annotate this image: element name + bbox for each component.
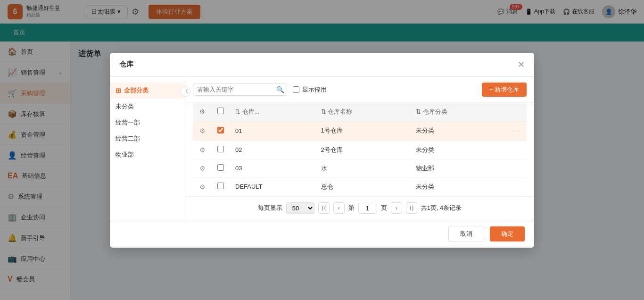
- total-info: 共1页, 4条记录: [421, 204, 462, 212]
- dialog-footer: 取消 确定: [110, 220, 534, 248]
- cat-all-label: 全部分类: [124, 86, 149, 95]
- search-icon: 🔍: [276, 86, 284, 93]
- warehouse-table-wrap: ⚙ ⇅ 仓库... ⇅: [185, 103, 534, 196]
- row-gear-1: ⚙: [193, 121, 212, 141]
- dialog-content: 🔍 显示停用 + 新增仓库 ⚙: [185, 77, 534, 220]
- dialog-body: ⊞ 全部分类 《 未分类 经营一部 经营二部 物业部: [110, 77, 534, 220]
- cat-uncategorized-label: 未分类: [116, 102, 134, 111]
- add-warehouse-button[interactable]: + 新增仓库: [482, 83, 527, 97]
- warehouse-dialog: 仓库 ✕ ⊞ 全部分类 《 未分类 经营一部: [110, 53, 534, 248]
- row-cat-1: 未分类: [410, 121, 505, 141]
- dialog-header: 仓库 ✕: [110, 53, 534, 77]
- warehouse-table: ⚙ ⇅ 仓库... ⇅: [193, 103, 527, 196]
- sidebar-collapse-button[interactable]: 《: [180, 86, 190, 97]
- row-code-1: 01: [230, 121, 315, 141]
- cat-item-dept2[interactable]: 经营二部: [110, 131, 185, 147]
- page-next-button[interactable]: ›: [391, 202, 402, 214]
- row-cat-2: 未分类: [410, 141, 505, 159]
- show-disabled-toggle[interactable]: 显示停用: [293, 85, 327, 94]
- row-name-1: 1号仓库: [315, 121, 411, 141]
- row-check-3[interactable]: [212, 159, 230, 177]
- dialog-sidebar: ⊞ 全部分类 《 未分类 经营一部 经营二部 物业部: [110, 77, 185, 220]
- page-label: 第: [348, 204, 355, 212]
- row-gear-3: ⚙: [193, 159, 212, 177]
- row-gear-4: ⚙: [193, 177, 212, 196]
- row-check-4[interactable]: [212, 177, 230, 196]
- cat-item-property[interactable]: 物业部: [110, 147, 185, 163]
- col-gear-icon: ⚙: [199, 108, 205, 115]
- per-page-select[interactable]: 50 100 200: [286, 202, 314, 214]
- row-check-1[interactable]: [212, 121, 230, 141]
- row-gear-2: ⚙: [193, 141, 212, 159]
- table-row[interactable]: ⚙ 01 1号仓库 未分类 ···: [193, 121, 527, 141]
- row-cat-4: 未分类: [410, 177, 505, 196]
- cancel-button[interactable]: 取消: [448, 226, 484, 242]
- page-number-input[interactable]: [358, 203, 377, 214]
- confirm-button[interactable]: 确定: [490, 226, 525, 242]
- row-name-2: 2号仓库: [315, 141, 411, 159]
- cat-dept2-label: 经营二部: [116, 134, 140, 143]
- show-disabled-label: 显示停用: [302, 85, 327, 94]
- row-name-3: 水: [315, 159, 411, 177]
- row-dots-4: [505, 177, 527, 196]
- row-cat-3: 物业部: [410, 159, 505, 177]
- row-code-4: DEFAULT: [230, 177, 315, 196]
- sort-name-icon: ⇅: [321, 108, 326, 115]
- cat-item-all[interactable]: ⊞ 全部分类: [110, 83, 185, 99]
- row-dots-2: [505, 141, 527, 159]
- show-disabled-checkbox[interactable]: [293, 86, 299, 93]
- row-dots-1: ···: [505, 121, 527, 141]
- col-name-header: ⇅ 仓库名称: [315, 103, 411, 121]
- cat-item-dept1[interactable]: 经营一部: [110, 115, 185, 131]
- page-prev-button[interactable]: ‹: [333, 202, 345, 214]
- cat-item-uncategorized[interactable]: 未分类: [110, 99, 185, 115]
- sort-icon: ⇅: [235, 108, 240, 115]
- row-name-4: 总仓: [315, 177, 411, 196]
- select-all-checkbox[interactable]: [217, 108, 224, 114]
- page-last-button[interactable]: ⟩⟩: [406, 202, 417, 214]
- col-category-header: ⇅ 仓库分类: [410, 103, 505, 121]
- page-first-button[interactable]: ⟨⟨: [318, 202, 330, 214]
- row-dots-3: [505, 159, 527, 177]
- modal-overlay: 仓库 ✕ ⊞ 全部分类 《 未分类 经营一部: [0, 0, 644, 300]
- dialog-title: 仓库: [119, 60, 133, 69]
- search-input[interactable]: [197, 86, 276, 93]
- col-code-header: ⇅ 仓库...: [230, 103, 315, 121]
- page-unit: 页: [381, 204, 387, 212]
- table-row[interactable]: ⚙ 02 2号仓库 未分类: [193, 141, 527, 159]
- sort-cat-icon: ⇅: [416, 108, 421, 115]
- pagination: 每页显示 50 100 200 ⟨⟨ ‹ 第 页 › ⟩⟩ 共1页, 4条记录: [185, 196, 534, 220]
- table-row[interactable]: ⚙ 03 水 物业部: [193, 159, 527, 177]
- dialog-close-button[interactable]: ✕: [518, 59, 525, 70]
- cat-property-label: 物业部: [116, 150, 134, 159]
- dialog-toolbar: 🔍 显示停用 + 新增仓库: [185, 77, 534, 103]
- search-wrap: 🔍: [193, 83, 287, 96]
- row-code-2: 02: [230, 141, 315, 159]
- row-check-2[interactable]: [212, 141, 230, 159]
- per-page-label: 每页显示: [258, 204, 282, 212]
- cat-dept1-label: 经营一部: [116, 118, 140, 127]
- row-code-3: 03: [230, 159, 315, 177]
- cat-all-icon: ⊞: [116, 87, 121, 94]
- table-row[interactable]: ⚙ DEFAULT 总仓 未分类: [193, 177, 527, 196]
